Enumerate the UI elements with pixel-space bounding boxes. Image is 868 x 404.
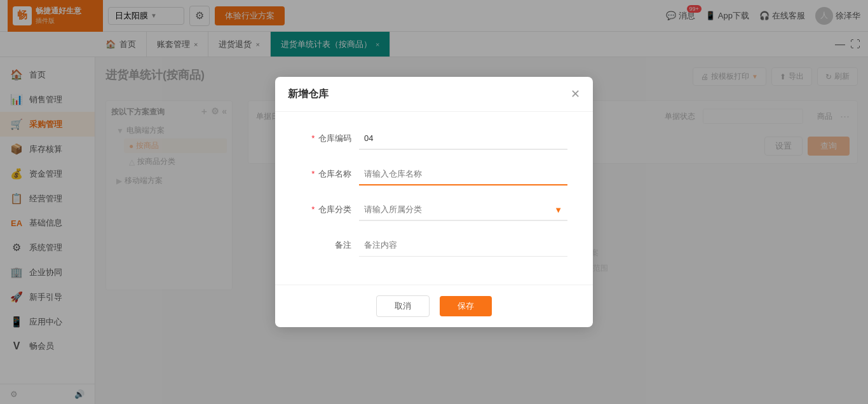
- required-star-name: *: [311, 169, 315, 178]
- save-button[interactable]: 保存: [440, 296, 492, 316]
- warehouse-name-label: * 仓库名称: [301, 168, 351, 180]
- warehouse-category-row: * 仓库分类 ▼: [301, 198, 567, 221]
- warehouse-note-row: 备注: [301, 234, 567, 257]
- warehouse-note-input[interactable]: [359, 234, 567, 257]
- add-warehouse-modal: 新增仓库 ✕ * 仓库编码 * 仓库名称: [275, 77, 593, 327]
- warehouse-name-input[interactable]: [359, 163, 567, 185]
- warehouse-category-input[interactable]: [359, 198, 567, 221]
- modal-backdrop: 新增仓库 ✕ * 仓库编码 * 仓库名称: [0, 0, 868, 404]
- modal-header: 新增仓库 ✕: [275, 77, 593, 112]
- warehouse-code-row: * 仓库编码: [301, 127, 567, 150]
- warehouse-note-label: 备注: [301, 239, 351, 251]
- warehouse-name-row: * 仓库名称: [301, 163, 567, 185]
- cancel-button[interactable]: 取消: [376, 295, 430, 317]
- modal-footer: 取消 保存: [275, 285, 593, 327]
- warehouse-category-label: * 仓库分类: [301, 204, 351, 215]
- required-star-category: *: [311, 205, 315, 214]
- warehouse-category-wrapper: ▼: [359, 198, 567, 221]
- modal-body: * 仓库编码 * 仓库名称 * 仓库分类: [275, 112, 593, 285]
- modal-close-button[interactable]: ✕: [571, 87, 580, 101]
- required-star-code: *: [311, 133, 315, 143]
- warehouse-code-label: * 仓库编码: [301, 133, 351, 144]
- modal-title: 新增仓库: [288, 88, 329, 101]
- warehouse-code-input[interactable]: [359, 127, 567, 150]
